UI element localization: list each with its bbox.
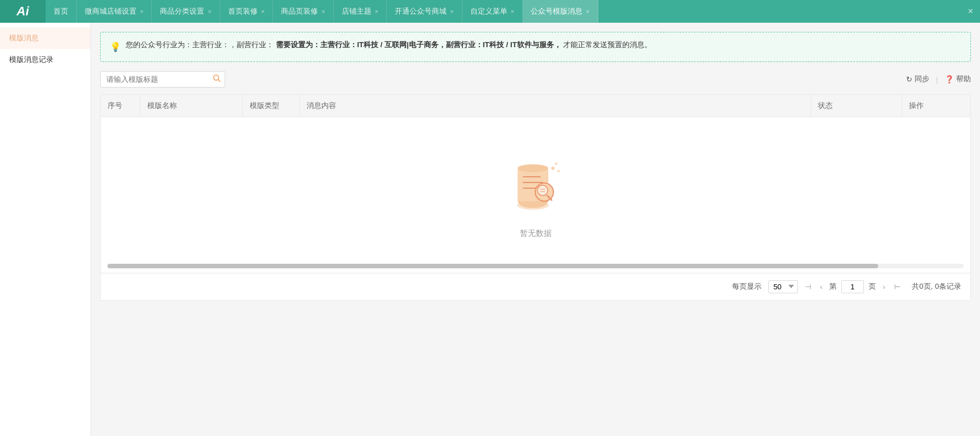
- top-navbar: Ai 首页微商城店铺设置×商品分类设置×首页装修×商品页装修×店铺主题×开通公众…: [0, 0, 980, 23]
- tab-close-button[interactable]: ×: [261, 9, 264, 15]
- table-column-header: 操作: [902, 95, 970, 117]
- horizontal-scrollbar[interactable]: [107, 264, 964, 268]
- tab-close-button[interactable]: ×: [375, 9, 378, 15]
- sync-button[interactable]: ↻ 同步: [906, 74, 929, 84]
- help-label: 帮助: [956, 74, 971, 84]
- nav-tab[interactable]: 开通公众号商城×: [387, 0, 462, 23]
- table-column-header: 模版类型: [243, 95, 300, 117]
- tab-close-button[interactable]: ×: [321, 9, 325, 15]
- nav-tab[interactable]: 首页: [46, 0, 77, 23]
- help-icon: ❓: [945, 75, 954, 84]
- svg-point-4: [518, 164, 548, 172]
- page-suffix: 页: [869, 281, 876, 292]
- nav-tab[interactable]: 商品分类设置×: [152, 0, 220, 23]
- table-column-header: 序号: [101, 95, 140, 117]
- first-page-button[interactable]: ⊣: [803, 281, 813, 292]
- nav-tab[interactable]: 商品页装修×: [273, 0, 333, 23]
- tab-close-button[interactable]: ×: [450, 9, 453, 15]
- last-page-button[interactable]: ⊢: [892, 281, 903, 292]
- svg-point-14: [555, 163, 557, 165]
- table-column-header: 模版名称: [140, 95, 243, 117]
- nav-tabs: 首页微商城店铺设置×商品分类设置×首页装修×商品页装修×店铺主题×开通公众号商城…: [46, 0, 961, 23]
- nav-tab[interactable]: 公众号模版消息×: [523, 0, 598, 23]
- empty-text: 暂无数据: [520, 229, 552, 239]
- table-column-header: 消息内容: [300, 95, 811, 117]
- alert-banner: 💡 您的公众号行业为：主营行业：，副营行业： 需要设置为：主营行业：IT科技 /…: [100, 32, 971, 62]
- empty-illustration: [502, 151, 570, 219]
- search-input-wrap: [100, 71, 225, 88]
- alert-icon: 💡: [110, 40, 121, 55]
- table-column-header: 状态: [811, 95, 902, 117]
- help-button[interactable]: ❓ 帮助: [945, 74, 971, 84]
- tab-close-button[interactable]: ×: [140, 9, 143, 15]
- toolbar-divider: |: [936, 75, 938, 84]
- tab-close-button[interactable]: ×: [208, 9, 211, 15]
- nav-tab[interactable]: 店铺主题×: [334, 0, 387, 23]
- sync-icon: ↻: [906, 75, 912, 84]
- sidebar-item[interactable]: 模版消息记录: [0, 49, 90, 70]
- next-page-button[interactable]: ›: [880, 281, 887, 292]
- search-input[interactable]: [100, 71, 225, 88]
- page-label: 第: [829, 281, 837, 292]
- prev-page-button[interactable]: ‹: [818, 281, 825, 292]
- main-layout: 模版消息模版消息记录 💡 您的公众号行业为：主营行业：，副营行业： 需要设置为：…: [0, 23, 980, 436]
- svg-line-1: [218, 80, 221, 82]
- sidebar-item[interactable]: 模版消息: [0, 27, 90, 49]
- sync-label: 同步: [915, 74, 929, 84]
- logo: Ai: [0, 0, 46, 23]
- content-area: 💡 您的公众号行业为：主营行业：，副营行业： 需要设置为：主营行业：IT科技 /…: [91, 23, 980, 436]
- search-bar: ↻ 同步 | ❓ 帮助: [100, 71, 971, 88]
- toolbar-right: ↻ 同步 | ❓ 帮助: [906, 74, 971, 84]
- pagination-bar: 每页显示 50 20 100 ⊣ ‹ 第 页 › ⊢ 共0页, 0条记录: [101, 273, 970, 300]
- alert-text: 您的公众号行业为：主营行业：，副营行业： 需要设置为：主营行业：IT科技 / 互…: [126, 39, 652, 51]
- data-table: 序号模版名称模版类型消息内容状态操作: [100, 94, 971, 301]
- per-page-select[interactable]: 50 20 100: [768, 280, 798, 293]
- table-header: 序号模版名称模版类型消息内容状态操作: [101, 95, 970, 117]
- nav-tab[interactable]: 微商城店铺设置×: [77, 0, 152, 23]
- search-button[interactable]: [213, 74, 221, 84]
- scroll-area[interactable]: [101, 264, 970, 273]
- per-page-label: 每页显示: [732, 281, 762, 292]
- sidebar: 模版消息模版消息记录: [0, 23, 91, 436]
- svg-point-13: [551, 167, 555, 170]
- svg-point-9: [537, 185, 548, 196]
- logo-text: Ai: [16, 4, 29, 19]
- svg-point-15: [557, 170, 560, 172]
- page-number-input[interactable]: [841, 280, 864, 293]
- close-all-button[interactable]: ×: [961, 6, 980, 16]
- nav-tab[interactable]: 自定义菜单×: [462, 0, 523, 23]
- nav-tab[interactable]: 首页装修×: [220, 0, 273, 23]
- empty-state: 暂无数据: [101, 117, 970, 261]
- tab-close-button[interactable]: ×: [586, 9, 589, 15]
- tab-close-button[interactable]: ×: [511, 9, 514, 15]
- total-info: 共0页, 0条记录: [912, 281, 961, 292]
